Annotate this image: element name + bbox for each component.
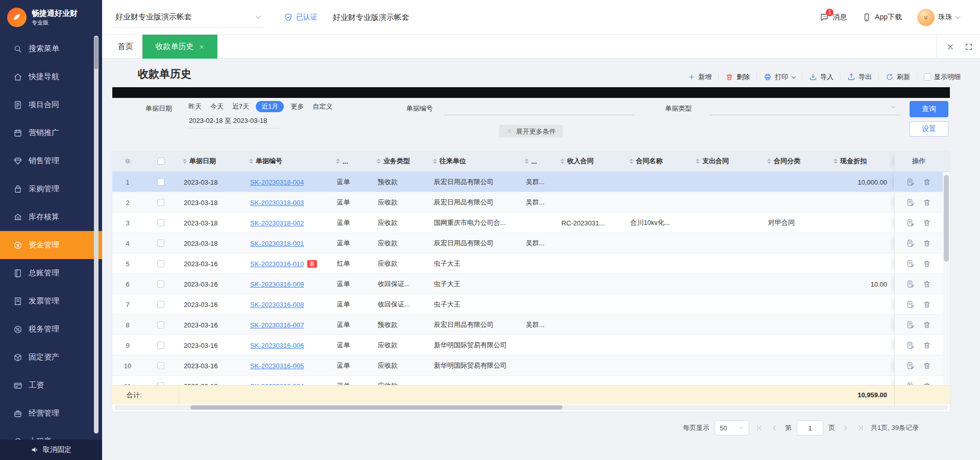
row-checkbox[interactable]: [157, 301, 164, 308]
sidebar-item-fixed-assets[interactable]: 固定资产: [0, 343, 102, 371]
date-range-value[interactable]: 2023-02-18 至 2023-03-18: [188, 116, 281, 129]
tab-home[interactable]: 首页: [108, 35, 142, 59]
header-salesman[interactable]: ...: [521, 151, 556, 171]
header-biz-type[interactable]: 业务类型: [373, 151, 429, 171]
delete-icon[interactable]: [923, 300, 931, 309]
detail-icon[interactable]: [906, 219, 915, 227]
sort-icon[interactable]: [377, 159, 381, 164]
sidebar-scrollbar[interactable]: [94, 36, 99, 433]
sidebar-item-general-ledger[interactable]: 总账管理: [0, 259, 102, 287]
doc-no-input[interactable]: [444, 99, 634, 115]
delete-icon[interactable]: [923, 260, 931, 268]
expand-conditions-button[interactable]: 展开更多条件: [499, 125, 563, 138]
sort-icon[interactable]: [525, 159, 529, 164]
header-income-contract[interactable]: 收入合同: [556, 151, 625, 171]
export-button[interactable]: 导出: [847, 72, 872, 82]
detail-icon[interactable]: [906, 198, 915, 207]
first-page-button[interactable]: [754, 424, 765, 432]
sort-icon[interactable]: [249, 159, 253, 164]
fullscreen-icon[interactable]: [965, 43, 973, 51]
sidebar-item-marketing[interactable]: 营销推广: [0, 119, 102, 147]
doc-type-select[interactable]: [709, 99, 901, 115]
add-button[interactable]: 新增: [688, 72, 712, 82]
doc-link[interactable]: SK-20230318-001: [250, 240, 304, 247]
doc-link[interactable]: SK-20230316-010: [250, 260, 304, 268]
vertical-scrollbar-thumb[interactable]: [944, 175, 949, 262]
sidebar-item-quick-nav[interactable]: 快捷导航: [0, 63, 102, 91]
per-page-select[interactable]: 50: [715, 420, 749, 436]
header-contract-name[interactable]: 合同名称: [625, 151, 692, 171]
delete-icon[interactable]: [923, 341, 931, 349]
header-expense-contract[interactable]: 支出合同: [692, 151, 763, 171]
table-row[interactable]: 9 2023-03-16 SK-20230316-006 蓝单 应收款 新华明国…: [112, 335, 943, 355]
sort-icon[interactable]: [560, 159, 565, 164]
show-detail-toggle[interactable]: 显示明细: [924, 72, 961, 82]
detail-icon[interactable]: [906, 260, 915, 268]
sort-icon[interactable]: [629, 159, 633, 164]
sidebar-item-tax[interactable]: 税务管理: [0, 315, 102, 343]
table-row[interactable]: 5 2023-03-16 SK-20230316-010退 红单 应收款 虫子大…: [112, 253, 943, 274]
detail-icon[interactable]: [906, 280, 915, 288]
delete-icon[interactable]: [923, 198, 931, 207]
delete-icon[interactable]: [923, 178, 931, 186]
detail-icon[interactable]: [906, 178, 915, 186]
next-page-button[interactable]: [840, 424, 850, 432]
row-checkbox[interactable]: [157, 260, 164, 267]
sort-icon[interactable]: [834, 159, 838, 164]
doc-link[interactable]: SK-20230318-002: [250, 219, 304, 227]
table-row[interactable]: 2 2023-03-18 SK-20230318-003 蓝单 应收款 辰宏日用…: [112, 192, 943, 213]
doc-link[interactable]: SK-20230316-005: [250, 362, 304, 370]
quick-yesterday[interactable]: 昨天: [186, 101, 204, 112]
quick-last-month[interactable]: 近1月: [256, 101, 284, 112]
header-cash-discount[interactable]: 现金折扣: [829, 151, 894, 171]
unpin-button[interactable]: 取消固定: [0, 440, 102, 460]
settings-button[interactable]: 设置: [910, 121, 948, 137]
table-row[interactable]: 4 2023-03-18 SK-20230318-001 蓝单 应收款 辰宏日用…: [112, 233, 943, 253]
row-checkbox[interactable]: [157, 240, 164, 247]
tab-close-icon[interactable]: [199, 44, 205, 50]
table-row[interactable]: 11 2023-03-16 SK-20230316-004 蓝单 应收款: [112, 376, 943, 385]
header-customer[interactable]: 往来单位: [429, 151, 521, 171]
sidebar-item-search-menu[interactable]: 搜索菜单: [0, 35, 102, 63]
table-row[interactable]: 8 2023-03-16 SK-20230316-007 蓝单 预收款 辰宏日用…: [112, 315, 943, 335]
sidebar-item-funds[interactable]: 资金管理: [0, 231, 102, 259]
delete-icon[interactable]: [923, 321, 931, 329]
header-doc-no[interactable]: 单据编号: [245, 151, 332, 171]
row-checkbox[interactable]: [157, 321, 164, 328]
sidebar-item-purchase[interactable]: 采购管理: [0, 175, 102, 203]
detail-icon[interactable]: [906, 341, 915, 349]
table-row[interactable]: 7 2023-03-16 SK-20230316-008 蓝单 收回保证... …: [112, 294, 943, 315]
table-row[interactable]: 1 2023-03-18 SK-20230318-004 蓝单 预收款 辰宏日用…: [112, 172, 943, 192]
horizontal-scrollbar-thumb[interactable]: [190, 405, 562, 410]
doc-link[interactable]: SK-20230316-008: [250, 301, 304, 309]
doc-link[interactable]: SK-20230316-007: [250, 321, 304, 329]
sidebar-scrollbar-thumb[interactable]: [94, 37, 98, 69]
quick-today[interactable]: 今天: [208, 101, 226, 112]
last-page-button[interactable]: [855, 424, 866, 432]
app-download-button[interactable]: App下载: [862, 13, 902, 22]
page-input[interactable]: [797, 420, 823, 436]
detail-icon[interactable]: [906, 362, 915, 370]
row-checkbox[interactable]: [157, 219, 164, 226]
doc-link[interactable]: SK-20230318-004: [250, 178, 304, 186]
detail-icon[interactable]: [906, 321, 915, 329]
sidebar-item-inventory[interactable]: 库存核算: [0, 203, 102, 231]
horizontal-scrollbar[interactable]: [114, 405, 948, 410]
row-checkbox[interactable]: [157, 178, 164, 186]
detail-icon[interactable]: [906, 239, 915, 247]
doc-link[interactable]: SK-20230316-009: [250, 280, 304, 288]
detail-icon[interactable]: [906, 300, 915, 309]
quick-more[interactable]: 更多: [288, 101, 306, 112]
column-settings[interactable]: [112, 151, 143, 171]
row-checkbox[interactable]: [157, 362, 164, 369]
header-contract-class[interactable]: 合同分类: [763, 151, 829, 171]
row-checkbox[interactable]: [157, 199, 164, 206]
sidebar-item-payroll[interactable]: 工资: [0, 371, 102, 399]
sidebar-item-sales[interactable]: 销售管理: [0, 147, 102, 175]
refresh-button[interactable]: 刷新: [886, 72, 910, 82]
prev-page-button[interactable]: [770, 424, 780, 432]
sort-icon[interactable]: [696, 159, 700, 164]
print-button[interactable]: 打印: [764, 72, 795, 82]
row-checkbox[interactable]: [157, 280, 164, 288]
quick-custom[interactable]: 自定义: [310, 101, 334, 112]
